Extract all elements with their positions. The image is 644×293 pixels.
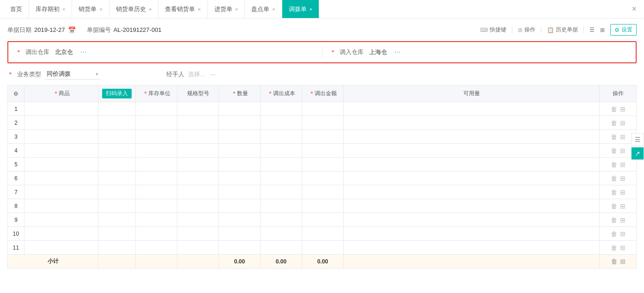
- tab-sales-history[interactable]: 销货单历史 ×: [109, 0, 158, 18]
- amount-cell-10[interactable]: [302, 227, 344, 241]
- spec-cell-10[interactable]: [177, 227, 219, 241]
- amount-cell-1[interactable]: [302, 102, 344, 116]
- tab-purchase-order[interactable]: 进货单 ×: [208, 0, 245, 18]
- spec-cell-11[interactable]: [177, 241, 219, 255]
- quantity-cell-1[interactable]: [219, 102, 261, 116]
- quantity-cell-7[interactable]: [219, 185, 261, 199]
- copy-row-9-icon[interactable]: ⊞: [620, 216, 626, 224]
- copy-row-5-icon[interactable]: ⊞: [620, 161, 626, 168]
- product-cell-4[interactable]: [24, 144, 98, 158]
- cost-cell-7[interactable]: [261, 185, 302, 199]
- product-cell-5[interactable]: [24, 158, 98, 171]
- tab-sales-order[interactable]: 销货单 ×: [72, 0, 109, 18]
- spec-cell-2[interactable]: [177, 116, 219, 130]
- amount-cell-9[interactable]: [302, 213, 344, 227]
- quantity-cell-3[interactable]: [219, 130, 261, 144]
- amount-cell-6[interactable]: [302, 171, 344, 185]
- cost-cell-6[interactable]: [261, 171, 302, 185]
- scan-button[interactable]: 扫码录入: [102, 89, 132, 98]
- cost-cell-1[interactable]: [261, 102, 302, 116]
- cost-cell-4[interactable]: [261, 144, 302, 158]
- col-setting-header[interactable]: ⚙: [8, 85, 24, 102]
- quantity-cell-11[interactable]: [219, 241, 261, 255]
- amount-cell-8[interactable]: [302, 199, 344, 213]
- list-view-button[interactable]: ☰: [589, 27, 595, 33]
- unit-cell-4[interactable]: [136, 144, 177, 158]
- tab-initial-inventory-close[interactable]: ×: [62, 6, 65, 12]
- delete-row-1-icon[interactable]: 🗑: [611, 105, 617, 113]
- product-cell-9[interactable]: [24, 213, 98, 227]
- quantity-cell-9[interactable]: [219, 213, 261, 227]
- tab-sales-history-close[interactable]: ×: [149, 6, 152, 12]
- spec-cell-3[interactable]: [177, 130, 219, 144]
- delete-row-11-icon[interactable]: 🗑: [611, 244, 617, 251]
- tab-transfer-order-close[interactable]: ×: [310, 6, 312, 12]
- spec-cell-6[interactable]: [177, 171, 219, 185]
- biz-type-select[interactable]: 同价调拨 ▾: [45, 69, 100, 79]
- copy-row-2-icon[interactable]: ⊞: [620, 119, 626, 127]
- amount-cell-2[interactable]: [302, 116, 344, 130]
- product-cell-6[interactable]: [24, 171, 98, 185]
- delete-row-10-icon[interactable]: 🗑: [611, 230, 617, 238]
- unit-cell-6[interactable]: [136, 171, 177, 185]
- spec-cell-8[interactable]: [177, 199, 219, 213]
- unit-cell-7[interactable]: [136, 185, 177, 199]
- delete-row-4-icon[interactable]: 🗑: [611, 147, 617, 154]
- calendar-icon[interactable]: 📅: [68, 26, 76, 34]
- tab-view-sales-close[interactable]: ×: [198, 6, 200, 12]
- operation-button[interactable]: ⊞ 操作: [518, 26, 535, 34]
- delete-row-3-icon[interactable]: 🗑: [611, 133, 617, 140]
- quantity-cell-10[interactable]: [219, 227, 261, 241]
- settings-button[interactable]: ⚙ 设置: [610, 24, 637, 36]
- spec-cell-4[interactable]: [177, 144, 219, 158]
- delete-row-9-icon[interactable]: 🗑: [611, 216, 617, 224]
- unit-cell-3[interactable]: [136, 130, 177, 144]
- product-cell-1[interactable]: [24, 102, 98, 116]
- copy-row-6-icon[interactable]: ⊞: [620, 175, 626, 182]
- copy-row-4-icon[interactable]: ⊞: [620, 147, 626, 154]
- spec-cell-7[interactable]: [177, 185, 219, 199]
- tab-view-sales[interactable]: 查看销货单 ×: [158, 0, 207, 18]
- tab-home[interactable]: 首页: [4, 0, 29, 18]
- tab-sales-order-close[interactable]: ×: [99, 6, 102, 12]
- tab-inventory-check-close[interactable]: ×: [272, 6, 275, 12]
- out-warehouse-more-button[interactable]: ···: [80, 48, 86, 56]
- copy-row-10-icon[interactable]: ⊞: [620, 230, 626, 238]
- cost-cell-9[interactable]: [261, 213, 302, 227]
- grid-view-button[interactable]: ⊞: [600, 27, 605, 33]
- product-cell-7[interactable]: [24, 185, 98, 199]
- tab-initial-inventory[interactable]: 库存期初 ×: [29, 0, 72, 18]
- copy-row-11-icon[interactable]: ⊞: [620, 244, 626, 251]
- product-cell-10[interactable]: [24, 227, 98, 241]
- amount-cell-4[interactable]: [302, 144, 344, 158]
- spec-cell-9[interactable]: [177, 213, 219, 227]
- spec-cell-1[interactable]: [177, 102, 219, 116]
- cost-cell-5[interactable]: [261, 158, 302, 171]
- product-cell-11[interactable]: [24, 241, 98, 255]
- spec-cell-5[interactable]: [177, 158, 219, 171]
- tab-purchase-order-close[interactable]: ×: [235, 6, 238, 12]
- handler-placeholder[interactable]: 选择...: [188, 70, 205, 79]
- quantity-cell-8[interactable]: [219, 199, 261, 213]
- quantity-cell-4[interactable]: [219, 144, 261, 158]
- tab-inventory-check[interactable]: 盘点单 ×: [245, 0, 282, 18]
- product-cell-2[interactable]: [24, 116, 98, 130]
- unit-cell-2[interactable]: [136, 116, 177, 130]
- product-cell-8[interactable]: [24, 199, 98, 213]
- cost-cell-2[interactable]: [261, 116, 302, 130]
- amount-cell-5[interactable]: [302, 158, 344, 171]
- window-close-button[interactable]: ×: [628, 4, 640, 14]
- cost-cell-11[interactable]: [261, 241, 302, 255]
- cost-cell-3[interactable]: [261, 130, 302, 144]
- in-warehouse-more-button[interactable]: ···: [395, 48, 401, 56]
- history-button[interactable]: 📋 历史单据: [547, 26, 578, 34]
- unit-cell-9[interactable]: [136, 213, 177, 227]
- tab-transfer-order[interactable]: 调拨单 ×: [282, 0, 319, 18]
- product-cell-3[interactable]: [24, 130, 98, 144]
- quantity-cell-2[interactable]: [219, 116, 261, 130]
- delete-row-6-icon[interactable]: 🗑: [611, 175, 617, 182]
- amount-cell-7[interactable]: [302, 185, 344, 199]
- handler-more-button[interactable]: ···: [211, 71, 216, 78]
- copy-row-1-icon[interactable]: ⊞: [620, 105, 626, 113]
- quantity-cell-6[interactable]: [219, 171, 261, 185]
